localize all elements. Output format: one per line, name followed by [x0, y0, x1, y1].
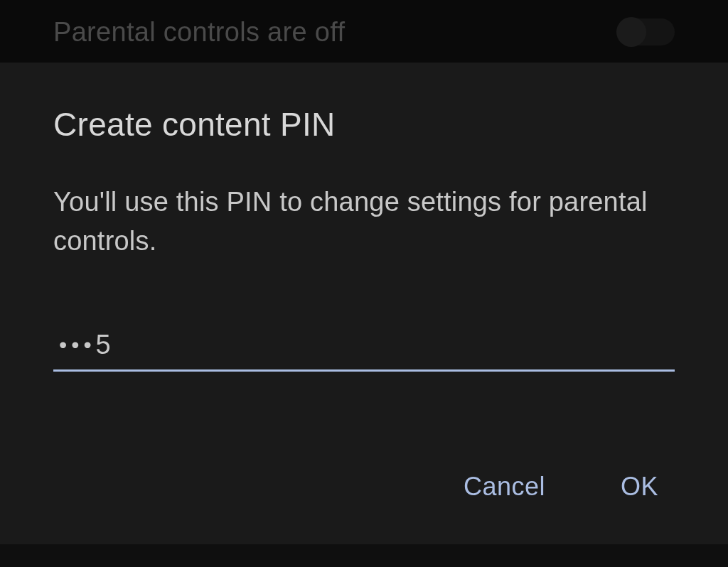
footer-strip: [0, 544, 728, 567]
pin-input[interactable]: •••5: [53, 328, 675, 371]
pin-masked-dots: •••: [59, 333, 96, 358]
pin-last-digit: 5: [96, 330, 111, 360]
dialog-description: You'll use this PIN to change settings f…: [53, 183, 675, 261]
pin-input-wrapper[interactable]: •••5: [53, 328, 675, 371]
cancel-button[interactable]: Cancel: [458, 465, 551, 509]
toggle-thumb: [616, 17, 646, 47]
parental-controls-row: Parental controls are off: [0, 0, 728, 64]
dialog-title: Create content PIN: [53, 105, 675, 144]
dialog-actions: Cancel OK: [53, 465, 675, 509]
ok-button[interactable]: OK: [615, 465, 664, 509]
create-pin-dialog: Create content PIN You'll use this PIN t…: [0, 63, 728, 544]
parental-controls-status: Parental controls are off: [53, 17, 345, 48]
parental-controls-toggle[interactable]: [618, 18, 675, 45]
